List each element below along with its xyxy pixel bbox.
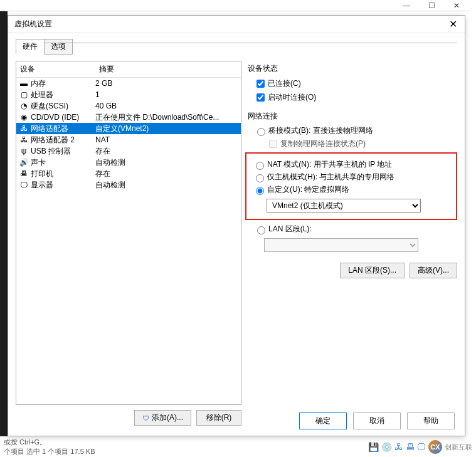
- device-row[interactable]: 🖧网络适配器 2NAT: [16, 134, 241, 145]
- bridged-radio[interactable]: [257, 128, 265, 136]
- device-name: 网络适配器 2: [31, 135, 95, 145]
- network-icon: 🖧: [19, 135, 29, 145]
- lan-segment-radio[interactable]: [257, 226, 265, 234]
- tray-display-icon[interactable]: 🖵: [417, 442, 426, 452]
- tray-network-icon[interactable]: 🖧: [394, 442, 403, 452]
- lan-segment-select: [264, 238, 418, 252]
- device-row[interactable]: ◉CD/DVD (IDE)正在使用文件 D:\Download\Soft\Ce.…: [16, 112, 241, 123]
- help-button[interactable]: 帮助: [407, 412, 455, 429]
- add-button-label: 添加(A)...: [152, 412, 183, 423]
- network-connection-group: 网络连接 桥接模式(B): 直接连接物理网络 复制物理网络连接状态(P) NAT…: [248, 111, 457, 252]
- device-summary: 1: [95, 90, 241, 99]
- device-row[interactable]: 🖵显示器自动检测: [16, 179, 241, 191]
- bridged-radio-row[interactable]: 桥接模式(B): 直接连接物理网络: [254, 125, 457, 136]
- lan-segments-button[interactable]: LAN 区段(S)...: [340, 263, 405, 278]
- printer-icon: 🖶: [19, 169, 29, 179]
- connect-poweron-checkbox-row[interactable]: 启动时连接(O): [254, 92, 457, 103]
- parent-close-button[interactable]: ✕: [444, 0, 469, 11]
- advanced-button[interactable]: 高级(V)...: [410, 263, 457, 278]
- remove-button[interactable]: 移除(R): [196, 410, 241, 426]
- device-name: 硬盘(SCSI): [31, 101, 95, 112]
- add-button[interactable]: 🛡 添加(A)...: [134, 410, 191, 426]
- hostonly-label: 仅主机模式(H): 与主机共享的专用网络: [267, 172, 394, 182]
- hostonly-radio[interactable]: [256, 174, 264, 182]
- bridged-label: 桥接模式(B): 直接连接物理网络: [268, 125, 373, 136]
- lan-segment-radio-row[interactable]: LAN 区段(L):: [254, 224, 457, 234]
- disk-icon: ◔: [19, 101, 29, 111]
- sound-icon: 🔊: [19, 157, 29, 167]
- device-list[interactable]: 设备 摘要 ▬内存2 GB▢处理器1◔硬盘(SCSI)40 GB◉CD/DVD …: [16, 61, 241, 405]
- device-row[interactable]: 🔊声卡自动检测: [16, 157, 241, 168]
- replicate-checkbox-row: 复制物理网络连接状态(P): [267, 138, 457, 150]
- device-row[interactable]: ◔硬盘(SCSI)40 GB: [16, 100, 241, 112]
- network-icon: 🖧: [19, 123, 29, 134]
- device-summary: NAT: [95, 135, 241, 144]
- device-name: USB 控制器: [31, 146, 95, 157]
- tab-hardware[interactable]: 硬件: [16, 39, 45, 55]
- device-name: 网络适配器: [31, 123, 95, 134]
- custom-label: 自定义(U): 特定虚拟网络: [267, 184, 349, 195]
- brand-logo-text: 创新互联: [445, 443, 472, 452]
- connect-poweron-label: 启动时连接(O): [268, 92, 316, 103]
- status-bar: 或按 Ctrl+G。 个项目 选中 1 个项目 17.5 KB 💾 💿 🖧 🖶 …: [0, 437, 476, 457]
- vm-settings-dialog: 虚拟机设置 ✕ 硬件 选项 设备 摘要 ▬内存2 GB▢处理器1◔硬盘(SCSI…: [8, 15, 465, 436]
- memory-icon: ▬: [19, 78, 29, 88]
- device-status-group: 设备状态 已连接(C) 启动时连接(O): [248, 63, 457, 103]
- device-row[interactable]: ▬内存2 GB: [16, 78, 241, 89]
- nat-radio[interactable]: [256, 162, 264, 170]
- cancel-button[interactable]: 取消: [353, 412, 401, 429]
- tab-options[interactable]: 选项: [45, 39, 73, 55]
- custom-vmnet-select[interactable]: VMnet2 (仅主机模式): [267, 199, 421, 213]
- highlighted-options: NAT 模式(N): 用于共享主机的 IP 地址 仅主机模式(H): 与主机共享…: [245, 152, 457, 220]
- dialog-title: 虚拟机设置: [14, 19, 52, 29]
- usb-icon: ψ: [19, 146, 29, 156]
- device-name: 打印机: [31, 169, 95, 179]
- connected-checkbox[interactable]: [257, 80, 265, 88]
- device-name: 处理器: [31, 90, 95, 100]
- nat-radio-row[interactable]: NAT 模式(N): 用于共享主机的 IP 地址: [253, 159, 452, 170]
- device-row[interactable]: ▢处理器1: [16, 89, 241, 100]
- connected-label: 已连接(C): [268, 78, 301, 89]
- device-summary: 存在: [95, 169, 241, 179]
- brand-logo-icon: CX: [428, 440, 442, 454]
- connected-checkbox-row[interactable]: 已连接(C): [254, 78, 457, 90]
- parent-maximize-button[interactable]: ☐: [419, 0, 444, 11]
- device-row[interactable]: 🖧网络适配器自定义(VMnet2): [16, 123, 241, 134]
- device-summary: 自动检测: [95, 157, 241, 168]
- column-summary[interactable]: 摘要: [95, 61, 241, 77]
- device-name: 声卡: [31, 157, 95, 168]
- column-device[interactable]: 设备: [16, 61, 95, 77]
- tray-disk-icon[interactable]: 💾: [368, 442, 379, 452]
- device-row[interactable]: 🖶打印机存在: [16, 168, 241, 179]
- cpu-icon: ▢: [19, 90, 29, 100]
- hostonly-radio-row[interactable]: 仅主机模式(H): 与主机共享的专用网络: [253, 172, 452, 182]
- nat-label: NAT 模式(N): 用于共享主机的 IP 地址: [267, 159, 392, 170]
- parent-minimize-button[interactable]: —: [394, 0, 419, 11]
- dialog-close-button[interactable]: ✕: [445, 19, 461, 29]
- status-text-2: 个项目 选中 1 个项目 17.5 KB: [4, 447, 95, 456]
- device-name: 显示器: [31, 180, 95, 191]
- status-text-1: 或按 Ctrl+G。: [4, 438, 95, 447]
- device-list-header: 设备 摘要: [16, 61, 241, 78]
- device-row[interactable]: ψUSB 控制器存在: [16, 145, 241, 157]
- device-summary: 40 GB: [95, 102, 241, 110]
- brand-logo: CX 创新互联: [428, 440, 472, 454]
- tray-printer-icon[interactable]: 🖶: [406, 442, 415, 452]
- cd-icon: ◉: [19, 112, 29, 122]
- device-summary: 自定义(VMnet2): [95, 123, 241, 134]
- tray-cd-icon[interactable]: 💿: [381, 442, 392, 452]
- connect-poweron-checkbox[interactable]: [257, 93, 265, 102]
- ok-button[interactable]: 确定: [299, 412, 347, 429]
- custom-radio-row[interactable]: 自定义(U): 特定虚拟网络: [253, 184, 452, 195]
- replicate-checkbox: [269, 140, 277, 148]
- custom-radio[interactable]: [256, 187, 264, 195]
- device-name: CD/DVD (IDE): [31, 113, 95, 122]
- device-summary: 存在: [95, 146, 241, 157]
- display-icon: 🖵: [19, 180, 29, 190]
- dialog-titlebar: 虚拟机设置 ✕: [8, 16, 465, 33]
- device-status-title: 设备状态: [248, 63, 457, 74]
- remove-button-label: 移除(R): [206, 412, 232, 423]
- parent-window-titlebar: — ☐ ✕: [1, 0, 469, 11]
- replicate-label: 复制物理网络连接状态(P): [280, 139, 366, 149]
- network-connection-title: 网络连接: [248, 111, 457, 122]
